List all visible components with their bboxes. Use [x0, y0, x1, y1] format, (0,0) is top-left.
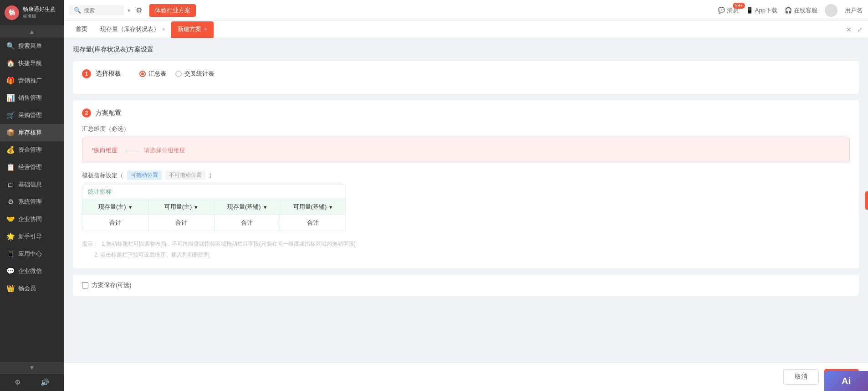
trial-button[interactable]: 体验行业方案	[149, 4, 196, 17]
stats-header-col3[interactable]: 现存量(基辅) ▾	[214, 199, 281, 215]
tab-inventory-status[interactable]: 现存量（库存状况表） ×	[94, 21, 171, 38]
section2-card: 2 方案配置 汇总维度（必选） *纵向维度 —— 请选择分组维度 模板指标设定（…	[73, 100, 859, 268]
save-label: 方案保存(可选)	[92, 281, 132, 289]
draggable-badge: 可拖动位置	[127, 170, 162, 180]
radio-cross-dot	[175, 71, 182, 77]
sidebar: 畅 畅康通好生意 标准版 ▲ 🔍 搜索菜单 🏠 快捷导航 🎁 营销推广 📊 销售…	[0, 0, 64, 391]
content-area: 现存量(库存状况表)方案设置 1 选择模板 汇总表 交叉统计表	[64, 38, 868, 362]
template-options: 汇总表 交叉统计表	[139, 70, 214, 78]
tab-expand-icon[interactable]: ✕ ⤢	[846, 26, 863, 33]
inventory-icon: 📦	[6, 129, 15, 137]
online-service-button[interactable]: 🎧 在线客服	[785, 6, 817, 15]
right-panel-handle[interactable]	[865, 191, 868, 210]
sidebar-item-inventory[interactable]: 📦 库存核算	[0, 124, 64, 141]
sidebar-item-operations[interactable]: 📋 经营管理	[0, 159, 64, 176]
sidebar-scroll-down[interactable]: ▼	[0, 362, 64, 373]
sidebar-item-enterprise[interactable]: 🤝 企业协同	[0, 211, 64, 228]
tab-new-plan[interactable]: 新建方案 ×	[171, 21, 213, 38]
sidebar-item-sales[interactable]: 📊 销售管理	[0, 89, 64, 107]
stats-col4-dropdown-icon[interactable]: ▾	[329, 204, 332, 211]
non-draggable-badge: 不可拖动位置	[165, 170, 205, 180]
sidebar-item-finance[interactable]: 💰 资金管理	[0, 141, 64, 159]
sidebar-item-search-menu[interactable]: 🔍 搜索菜单	[0, 37, 64, 55]
search-menu-icon: 🔍	[6, 42, 15, 50]
window-expand-icon[interactable]: ⤢	[857, 26, 863, 33]
cancel-button[interactable]: 取消	[783, 369, 819, 385]
stats-header-col4[interactable]: 可用量(基辅) ▾	[280, 199, 346, 215]
section1-card: 1 选择模板 汇总表 交叉统计表	[73, 61, 859, 94]
stats-col2-dropdown-icon[interactable]: ▾	[194, 204, 198, 211]
gear-icon[interactable]: ⚙	[136, 6, 142, 15]
sidebar-item-label: 营销推广	[18, 77, 42, 85]
tabs-bar: 首页 现存量（库存状况表） × 新建方案 × ✕ ⤢	[64, 21, 868, 38]
sidebar-item-basic-info[interactable]: 🗂 基础信息	[0, 176, 64, 193]
stats-col1-dropdown-icon[interactable]: ▾	[129, 204, 132, 211]
sidebar-item-marketing[interactable]: 🎁 营销推广	[0, 72, 64, 89]
stats-col4-label: 可用量(基辅)	[293, 203, 327, 211]
tab-new-plan-close-icon[interactable]: ×	[204, 26, 207, 32]
operations-icon: 📋	[6, 163, 15, 171]
settings-footer-icon[interactable]: ⚙	[15, 378, 20, 386]
app-download-button[interactable]: 📱 App下载	[746, 6, 777, 15]
dimension-row[interactable]: *纵向维度 —— 请选择分组维度	[82, 138, 850, 163]
member-icon: 👑	[6, 284, 15, 293]
search-input[interactable]	[84, 7, 116, 14]
section1-title: 选择模板	[96, 70, 121, 78]
avatar[interactable]	[825, 4, 837, 17]
sidebar-item-system[interactable]: ⚙ 系统管理	[0, 193, 64, 211]
stats-data-row-0: 合计 合计 合计 合计	[82, 215, 346, 231]
sidebar-item-label: 经营管理	[18, 163, 42, 171]
sidebar-item-purchase[interactable]: 🛒 采购管理	[0, 107, 64, 124]
purchase-icon: 🛒	[6, 111, 15, 119]
sidebar-nav: 🔍 搜索菜单 🏠 快捷导航 🎁 营销推广 📊 销售管理 🛒 采购管理 📦 库存核…	[0, 37, 64, 362]
sidebar-item-label: 畅会员	[18, 284, 36, 293]
tip2: 2. 点击标题栏下拉可设置排序、插入列和删除列	[82, 249, 850, 260]
sidebar-item-enterprise-wechat[interactable]: 💬 企业微信	[0, 262, 64, 280]
page-title: 现存量(库存状况表)方案设置	[73, 46, 859, 54]
window-close-icon[interactable]: ✕	[846, 26, 852, 33]
dimension-label: 汇总维度（必选）	[82, 125, 850, 133]
radio-summary[interactable]: 汇总表	[139, 70, 166, 78]
search-icon: 🔍	[74, 7, 81, 14]
sidebar-item-app-center[interactable]: 📱 应用中心	[0, 245, 64, 262]
stats-col3-label: 现存量(基辅)	[227, 203, 261, 211]
stats-col3-dropdown-icon[interactable]: ▾	[264, 204, 267, 211]
sidebar-item-label: 应用中心	[18, 250, 42, 258]
message-icon: 💬	[718, 7, 725, 14]
search-dropdown-icon[interactable]: ▾	[128, 7, 130, 14]
app-logo: 畅 畅康通好生意 标准版	[0, 0, 64, 26]
audio-footer-icon[interactable]: 🔊	[41, 378, 49, 386]
radio-cross[interactable]: 交叉统计表	[175, 70, 214, 78]
stats-table: 统计指标 现存量(主) ▾ 可用量(主) ▾ 现存量(基辅) ▾	[82, 185, 346, 231]
tab-home[interactable]: 首页	[69, 21, 94, 38]
sidebar-item-quick-nav[interactable]: 🏠 快捷导航	[0, 55, 64, 72]
app-name: 畅康通好生意	[23, 6, 56, 13]
sidebar-item-label: 资金管理	[18, 146, 42, 154]
sidebar-scroll-up[interactable]: ▲	[0, 26, 64, 37]
service-label: 在线客服	[794, 6, 817, 15]
search-box[interactable]: 🔍	[69, 5, 124, 15]
message-button[interactable]: 💬 消息 99+	[718, 6, 739, 15]
app-download-label: App下载	[755, 6, 777, 15]
sidebar-item-label: 采购管理	[18, 111, 42, 119]
radio-cross-label: 交叉统计表	[184, 70, 214, 78]
sidebar-item-new-guide[interactable]: 🌟 新手引导	[0, 228, 64, 245]
save-checkbox[interactable]	[82, 282, 88, 288]
sidebar-item-label: 新手引导	[18, 232, 42, 241]
quick-nav-icon: 🏠	[6, 59, 15, 67]
stats-col1-label: 现存量(主)	[98, 203, 126, 211]
tab-inventory-close-icon[interactable]: ×	[162, 26, 165, 32]
stats-data-cell-0-1: 合计	[148, 215, 214, 231]
radio-summary-label: 汇总表	[148, 70, 166, 78]
basic-info-icon: 🗂	[6, 180, 15, 189]
service-icon: 🎧	[785, 7, 792, 14]
dimension-dash: ——	[125, 147, 137, 154]
enterprise-wechat-icon: 💬	[6, 267, 15, 275]
stats-header-col2[interactable]: 可用量(主) ▾	[148, 199, 214, 215]
section1-num: 1	[82, 69, 91, 78]
sidebar-item-label: 企业协同	[18, 215, 42, 223]
indicator-settings-suffix: ）	[209, 171, 215, 180]
sidebar-item-member[interactable]: 👑 畅会员	[0, 280, 64, 297]
stats-header-col1[interactable]: 现存量(主) ▾	[82, 199, 148, 215]
ai-badge[interactable]: Ai	[824, 371, 868, 391]
